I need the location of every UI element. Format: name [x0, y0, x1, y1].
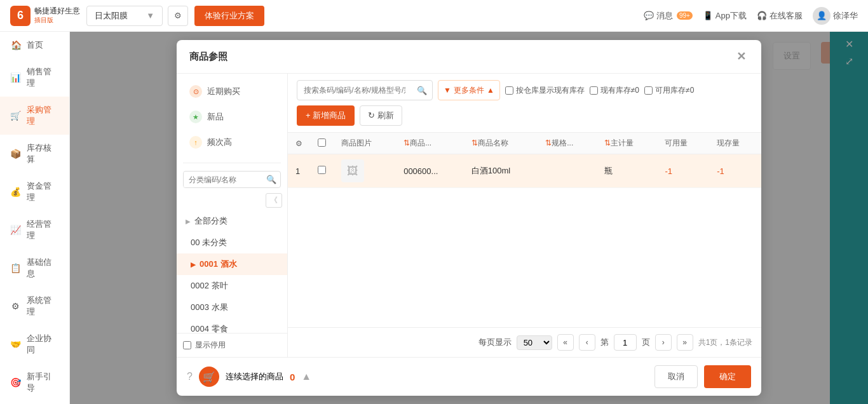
next-page-btn[interactable]: ›: [655, 334, 672, 351]
check-warehouse-input[interactable]: [505, 86, 513, 95]
quick-recent-btn[interactable]: ⊙ 近期购买: [183, 80, 281, 103]
app-download-label: App下载: [715, 10, 747, 22]
filter-arrow-icon: ▲: [487, 86, 494, 95]
user-nav-item[interactable]: 👤 徐泽华: [813, 7, 858, 25]
category-search-input[interactable]: [184, 172, 262, 187]
cat-00[interactable]: 00 未分类: [177, 232, 287, 253]
quick-freq-label: 频次高: [207, 137, 232, 148]
online-service-item[interactable]: 🎧 在线客服: [757, 10, 803, 22]
cat-0001[interactable]: ▶ 0001 酒水: [177, 253, 287, 275]
check-warehouse-item[interactable]: 按仓库显示现有库存: [505, 85, 585, 96]
sidebar-item-finance[interactable]: 💰 资金管理: [0, 173, 69, 211]
table-row[interactable]: 1 🖼 000600... 白酒100ml 瓶: [288, 154, 761, 188]
refresh-button[interactable]: ↻ 刷新: [360, 105, 402, 126]
modal-close-button[interactable]: ✕: [733, 49, 749, 64]
sidebar-item-home[interactable]: 🏠 首页: [0, 32, 69, 58]
message-nav-item[interactable]: 💬 消息 99+: [644, 10, 693, 22]
category-search-box[interactable]: 🔍: [183, 171, 281, 188]
first-page-btn[interactable]: «: [557, 334, 574, 351]
sidebar-item-enterprise[interactable]: 🤝 企业协同: [0, 325, 69, 363]
modal-footer: ? 🛒 连续选择的商品 0 ▲ 取消 确定: [177, 357, 761, 396]
confirm-button[interactable]: 确定: [704, 365, 751, 388]
page-summary: 共1页，1条记录: [698, 337, 752, 348]
td-code: 000600...: [396, 154, 464, 188]
nav-right: 💬 消息 99+ 📱 App下载 🎧 在线客服 👤 徐泽华: [644, 7, 858, 25]
category-list: ▶ 全部分类 00 未分类 ▶ 0001 酒水 0002 茶: [177, 210, 287, 333]
td-spec: [538, 154, 597, 188]
help-icon[interactable]: ?: [187, 371, 193, 382]
sales-icon: 📊: [10, 72, 22, 83]
sidebar-item-operations[interactable]: 📈 经营管理: [0, 211, 69, 249]
more-filter-btn[interactable]: ▼ 更多条件 ▲: [438, 80, 500, 100]
product-search-icon[interactable]: 🔍: [412, 86, 432, 95]
cat-0002[interactable]: 0002 茶叶: [177, 275, 287, 297]
per-page-select[interactable]: 20 50 100: [517, 335, 552, 350]
store-selector[interactable]: 日太阳膜 ▼: [86, 6, 163, 26]
mobile-icon: 📱: [703, 11, 713, 20]
app-download-item[interactable]: 📱 App下载: [703, 10, 747, 22]
collapse-footer-icon[interactable]: ▲: [301, 371, 311, 382]
product-search-input[interactable]: [297, 86, 412, 95]
avatar: 👤: [813, 7, 831, 25]
basic-info-icon: 📋: [10, 262, 22, 274]
modal-body: ⊙ 近期购买 ★ 新品 ↑ 频次高: [177, 74, 761, 357]
sidebar-item-inventory[interactable]: 📦 库存核算: [0, 135, 69, 173]
store-name: 日太阳膜: [95, 10, 128, 22]
check-stock-ne-label: 现有库存≠0: [600, 85, 639, 96]
cat-0004[interactable]: 0004 零食: [177, 318, 287, 333]
sidebar-label-system: 系统管理: [27, 295, 59, 318]
sidebar-label-operations: 经营管理: [27, 219, 59, 241]
cart-button[interactable]: 🛒: [199, 367, 219, 387]
check-available-ne-item[interactable]: 可用库存≠0: [644, 85, 694, 96]
sidebar-item-guide[interactable]: 🎯 新手引导: [0, 363, 69, 401]
collapse-panel-btn[interactable]: 《: [266, 193, 282, 208]
th-code: ⇅商品...: [396, 133, 464, 154]
per-page-label: 每页显示: [478, 337, 512, 348]
logo-area: 6 畅捷通好生意 插目版: [10, 6, 80, 26]
sidebar-item-purchase[interactable]: 🛒 采购管理: [0, 97, 69, 135]
cat-0003[interactable]: 0003 水果: [177, 297, 287, 318]
show-disabled-checkbox[interactable]: [183, 341, 191, 349]
filter-icon: ▼: [444, 86, 451, 95]
cat-all[interactable]: ▶ 全部分类: [177, 210, 287, 232]
add-product-button[interactable]: + 新增商品: [297, 105, 355, 126]
page-label: 第: [600, 337, 609, 348]
quick-new-btn[interactable]: ★ 新品: [183, 105, 281, 128]
experience-button[interactable]: 体验行业方案: [194, 6, 264, 26]
show-disabled-label: 显示停用: [195, 340, 226, 351]
cart-icon-symbol: 🛒: [203, 371, 215, 383]
selected-label: 连续选择的商品: [226, 371, 283, 382]
pagination: 每页显示 20 50 100 « ‹ 第 页 ›: [288, 327, 761, 357]
th-name: ⇅商品名称: [464, 133, 538, 154]
cancel-button[interactable]: 取消: [654, 365, 698, 388]
last-page-btn[interactable]: »: [677, 334, 693, 351]
purchase-icon: 🛒: [10, 110, 22, 121]
home-icon: 🏠: [10, 39, 22, 51]
sidebar-item-app-center[interactable]: 📱 应用中心: [0, 401, 69, 404]
logo-title: 畅捷通好生意: [34, 6, 80, 17]
guide-icon: 🎯: [10, 377, 22, 388]
sidebar-item-sales[interactable]: 📊 销售管理: [0, 58, 69, 97]
page-number-input[interactable]: [614, 334, 637, 351]
product-search-box[interactable]: 🔍: [297, 80, 433, 100]
row-checkbox[interactable]: [318, 166, 326, 174]
main-layout: 🏠 首页 📊 销售管理 🛒 采购管理 📦 库存核算 💰 资金管理 📈 经营管理 …: [0, 32, 868, 404]
sidebar-item-system[interactable]: ⚙ 系统管理: [0, 287, 69, 325]
quick-freq-btn[interactable]: ↑ 频次高: [183, 131, 281, 154]
sidebar-item-basic-info[interactable]: 📋 基础信息: [0, 249, 69, 287]
category-search-icon[interactable]: 🔍: [262, 172, 280, 187]
collapse-btn-area: 🔍: [177, 166, 287, 193]
check-stock-ne-input[interactable]: [590, 86, 598, 95]
message-label: 消息: [656, 10, 673, 22]
col-settings-icon[interactable]: ⚙: [295, 139, 302, 148]
td-checkbox: [310, 154, 334, 188]
td-name: 白酒100ml: [464, 154, 538, 188]
settings-button[interactable]: ⚙: [168, 6, 188, 26]
select-all-checkbox[interactable]: [318, 138, 326, 147]
sidebar-label-enterprise: 企业协同: [27, 333, 59, 356]
prev-page-btn[interactable]: ‹: [579, 334, 595, 351]
check-stock-ne-item[interactable]: 现有库存≠0: [590, 85, 639, 96]
sort-icon-name: ⇅: [471, 138, 478, 147]
check-available-ne-input[interactable]: [644, 86, 653, 95]
collapse-row: 《: [177, 193, 287, 208]
